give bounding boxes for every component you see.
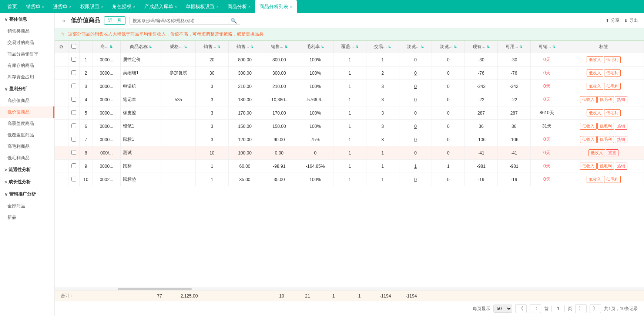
nav-home[interactable]: 首页 — [3, 0, 21, 13]
col-settings[interactable]: ⚙ — [55, 41, 68, 53]
col-stock1[interactable]: 现有... ⇅ — [465, 41, 498, 53]
select-all-checkbox[interactable] — [71, 44, 76, 49]
nav-analysis-close[interactable]: × — [248, 4, 251, 9]
nav-permission[interactable]: 权限设置 × — [76, 0, 108, 13]
cell-browse2: 0 — [432, 80, 465, 93]
table-row: 1 0000... 属性定价 20 800.00 800.00 100% 1 1… — [55, 53, 644, 67]
sidebar-item-low-coverage[interactable]: 低覆盖度商品 — [0, 129, 54, 141]
search-icon[interactable]: 🔍 — [231, 18, 237, 24]
cell-checkbox[interactable] — [68, 80, 79, 93]
col-code[interactable]: 商... ⇅ — [93, 41, 121, 53]
cell-browse1[interactable]: 0 — [399, 67, 432, 80]
share-button[interactable]: ⬆ 分享 — [606, 17, 620, 24]
cell-browse1[interactable]: 0 — [399, 173, 432, 186]
col-sales2[interactable]: 销售... ⇅ — [228, 41, 261, 53]
cell-browse1[interactable]: 0 — [399, 80, 432, 93]
sidebar-item-new-goods[interactable]: 新品 — [0, 212, 54, 223]
cell-browse1[interactable]: 0 — [399, 133, 432, 146]
cell-checkbox[interactable] — [68, 173, 79, 186]
first-page-button[interactable]: 《 — [515, 304, 527, 313]
sidebar-item-traded-goods[interactable]: 交易过的商品 — [0, 37, 54, 48]
sidebar-item-stock-capital[interactable]: 库存资金占用 — [0, 71, 54, 83]
filter-period-button[interactable]: 近一月 — [104, 16, 125, 25]
cell-name: 测试 — [121, 146, 161, 160]
nav-template-close[interactable]: × — [216, 4, 218, 9]
sidebar-item-high-margin[interactable]: 高毛利商品 — [0, 141, 54, 152]
cell-checkbox[interactable] — [68, 160, 79, 173]
search-input[interactable] — [133, 18, 231, 23]
col-browse2[interactable]: 浏览... ⇅ — [432, 41, 465, 53]
sidebar-item-stock-goods[interactable]: 有库存的商品 — [0, 60, 54, 71]
nav-warehouse[interactable]: 产成品入库单 × — [140, 0, 181, 13]
cell-browse1[interactable]: 0 — [399, 120, 432, 133]
cell-checkbox[interactable] — [68, 93, 79, 106]
col-spec[interactable]: 规格... ⇅ — [161, 41, 196, 53]
nav-warehouse-close[interactable]: × — [175, 4, 177, 9]
tag-低毛利: 低毛利 — [604, 176, 621, 183]
col-stock2[interactable]: 可用... ⇅ — [497, 41, 530, 53]
prev-page-button[interactable]: 〈 — [530, 304, 541, 313]
cell-spec — [161, 146, 196, 160]
cell-checkbox[interactable] — [68, 146, 79, 160]
col-browse1[interactable]: 浏览... ⇅ — [399, 41, 432, 53]
cell-browse1[interactable]: 1 — [399, 160, 432, 173]
sum-label: 合计： — [61, 293, 120, 299]
nav-sales[interactable]: 销货单 × — [21, 0, 48, 13]
col-trade[interactable]: 交易... ⇅ — [366, 41, 399, 53]
main-layout: ∨ 整体信息 销售类商品 交易过的商品 商品分类销售率 有库存的商品 库存资金占… — [0, 13, 644, 316]
cell-checkbox[interactable] — [68, 106, 79, 120]
cell-name: 鼠标1 — [121, 133, 161, 146]
nav-role[interactable]: 角色授权 × — [108, 0, 140, 13]
cell-code: 0000... — [93, 80, 121, 93]
cell-coverage: 1 — [333, 106, 366, 120]
nav-purchase-close[interactable]: × — [69, 4, 71, 9]
sidebar-group-circulation[interactable]: > 流通性分析 — [0, 164, 54, 176]
nav-permission-close[interactable]: × — [101, 4, 103, 9]
cell-stock1: -242 — [465, 80, 498, 93]
cell-browse1[interactable]: 0 — [399, 53, 432, 67]
col-checkbox[interactable] — [68, 41, 79, 53]
nav-analysis[interactable]: 商品分析 × — [223, 0, 255, 13]
cell-browse1[interactable]: 0 — [399, 93, 432, 106]
col-stock3[interactable]: 可销... ⇅ — [530, 41, 563, 53]
chevron-right-icon: > — [4, 167, 7, 173]
cell-checkbox[interactable] — [68, 120, 79, 133]
sidebar-item-sales-goods[interactable]: 销售类商品 — [0, 26, 54, 37]
sidebar-group-marketing[interactable]: ∨ 营销推广分析 — [0, 188, 54, 200]
nav-sales-close[interactable]: × — [42, 4, 44, 9]
last-page-button[interactable]: 》 — [590, 304, 601, 313]
sum-coverage: 10 — [269, 293, 295, 299]
per-page-select[interactable]: 50 100 200 — [493, 305, 512, 313]
page-number-input[interactable] — [551, 305, 565, 312]
col-margin[interactable]: 毛利率 ⇅ — [297, 41, 333, 53]
sidebar-collapse-button[interactable]: « — [61, 17, 67, 24]
sidebar-group-growth[interactable]: > 成长性分析 — [0, 176, 54, 188]
cell-checkbox[interactable] — [68, 53, 79, 67]
sidebar-item-low-value[interactable]: 低价值商品 — [0, 106, 54, 118]
col-sales1[interactable]: 销售... ⇅ — [195, 41, 228, 53]
cell-checkbox[interactable] — [68, 133, 79, 146]
sidebar-item-category-sales[interactable]: 商品分类销售率 — [0, 48, 54, 60]
cell-checkbox[interactable] — [68, 67, 79, 80]
nav-role-close[interactable]: × — [133, 4, 135, 9]
nav-analysis-list[interactable]: 商品分析列表 × — [255, 0, 296, 13]
sidebar-group-profit[interactable]: ∨ 盈利分析 — [0, 83, 54, 95]
next-page-button[interactable]: 〉 — [575, 304, 587, 313]
col-coverage[interactable]: 覆盖... ⇅ — [333, 41, 366, 53]
nav-analysis-list-close[interactable]: × — [290, 4, 292, 9]
export-button[interactable]: ⬇ 导出 — [624, 17, 638, 24]
nav-purchase[interactable]: 进货单 × — [48, 0, 76, 13]
sidebar-item-high-value[interactable]: 高价值商品 — [0, 95, 54, 106]
cell-browse1[interactable]: 0 — [399, 146, 432, 160]
nav-template[interactable]: 单据模板设置 × — [181, 0, 223, 13]
sidebar-group-overall[interactable]: ∨ 整体信息 — [0, 13, 54, 26]
sidebar-item-all-goods[interactable]: 全部商品 — [0, 200, 54, 212]
col-sales3[interactable]: 销售... ⇅ — [261, 41, 297, 53]
sidebar-item-low-margin[interactable]: 低毛利商品 — [0, 152, 54, 164]
col-name[interactable]: 商品名称 ⇅ — [121, 41, 161, 53]
sidebar-item-high-coverage[interactable]: 高覆盖度商品 — [0, 118, 54, 129]
cell-coverage: 1 — [333, 53, 366, 67]
tag-hot: 热销 — [615, 136, 627, 143]
cell-num: 3 — [79, 80, 93, 93]
cell-browse1[interactable]: 0 — [399, 106, 432, 120]
